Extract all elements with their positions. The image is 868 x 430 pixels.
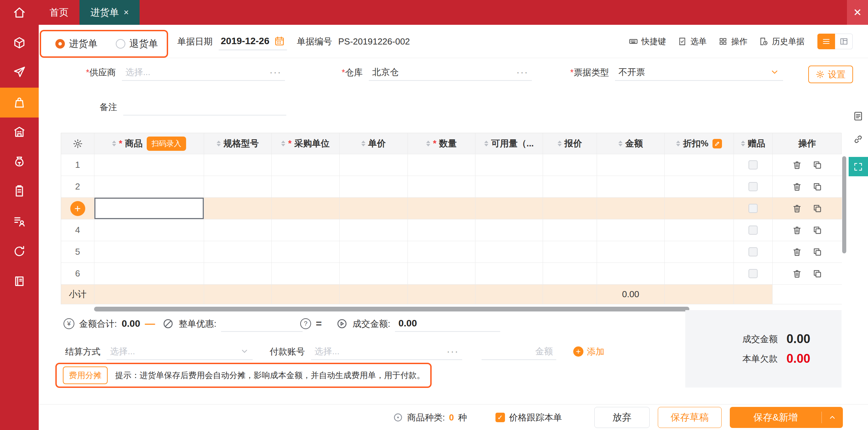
- list-view-toggle[interactable]: [817, 34, 835, 49]
- cell-quote[interactable]: [543, 263, 597, 285]
- price-track-toggle[interactable]: ✓ 价格跟踪本单: [495, 405, 562, 430]
- copy-row-icon[interactable]: [812, 269, 822, 279]
- cell-quote[interactable]: [543, 241, 597, 263]
- add-payment-button[interactable]: + 添加: [573, 346, 604, 358]
- copy-row-icon[interactable]: [812, 225, 822, 235]
- cell-product[interactable]: [94, 219, 204, 241]
- cell-price[interactable]: [340, 241, 408, 263]
- cell-unit[interactable]: [272, 219, 340, 241]
- cell-price[interactable]: [340, 263, 408, 285]
- supplier-more-button[interactable]: ···: [269, 67, 282, 77]
- horizontal-scrollbar[interactable]: [94, 307, 689, 311]
- sort-icon[interactable]: [676, 141, 680, 146]
- invoice-type-select[interactable]: 不开票: [615, 64, 783, 81]
- radio-return-order[interactable]: 退货单: [116, 37, 158, 50]
- cell-discount[interactable]: [665, 219, 734, 241]
- delete-row-icon[interactable]: [792, 203, 802, 214]
- save-draft-button[interactable]: 保存草稿: [658, 407, 722, 428]
- window-close-button[interactable]: ✕: [847, 0, 868, 25]
- cell-qty[interactable]: [408, 241, 475, 263]
- cell-quote[interactable]: [543, 176, 597, 198]
- cell-discount[interactable]: [665, 263, 734, 285]
- cell-available[interactable]: [475, 219, 543, 241]
- cell-discount[interactable]: [665, 176, 734, 198]
- cell-qty[interactable]: [408, 154, 475, 176]
- fee-allocation-button[interactable]: 费用分摊: [63, 366, 108, 384]
- cell-quote[interactable]: [543, 154, 597, 176]
- shortcut-keys-button[interactable]: 快捷键: [629, 36, 666, 47]
- sort-icon[interactable]: [112, 141, 116, 146]
- cell-unit[interactable]: [272, 154, 340, 176]
- cell-available[interactable]: [475, 198, 543, 219]
- chevron-down-icon[interactable]: [240, 346, 249, 356]
- cell-available[interactable]: [475, 154, 543, 176]
- question-circle-icon[interactable]: ?: [300, 318, 311, 329]
- cell-available[interactable]: [475, 241, 543, 263]
- cell-discount[interactable]: [665, 154, 734, 176]
- cell-qty[interactable]: [408, 176, 475, 198]
- cell-unit[interactable]: [272, 198, 340, 219]
- fullscreen-button[interactable]: [849, 157, 868, 176]
- sort-icon[interactable]: [281, 141, 285, 146]
- cell-spec[interactable]: [204, 263, 272, 285]
- cell-unit[interactable]: [272, 241, 340, 263]
- copy-row-icon[interactable]: [812, 160, 822, 170]
- remark-input[interactable]: [123, 98, 286, 115]
- cell-product[interactable]: [94, 154, 204, 176]
- sidebar-item-inventory[interactable]: [0, 28, 39, 58]
- cell-qty[interactable]: [408, 219, 475, 241]
- gift-checkbox[interactable]: [748, 247, 758, 256]
- sort-icon[interactable]: [484, 141, 488, 146]
- document-date-input[interactable]: 2019-12-26: [219, 33, 287, 50]
- cell-quote[interactable]: [543, 219, 597, 241]
- cell-discount[interactable]: [665, 241, 734, 263]
- cell-price[interactable]: [340, 176, 408, 198]
- settings-button[interactable]: 设置: [808, 66, 853, 83]
- add-row-button[interactable]: +: [70, 201, 85, 216]
- cell-amount[interactable]: [597, 263, 665, 285]
- payment-account-select[interactable]: 选择... ···: [311, 343, 462, 360]
- tab-home[interactable]: 首页: [39, 0, 79, 25]
- delete-row-icon[interactable]: [792, 247, 802, 257]
- gift-checkbox[interactable]: [748, 160, 758, 169]
- copy-row-icon[interactable]: [812, 182, 822, 192]
- sidebar-item-contacts[interactable]: [0, 207, 39, 236]
- cell-amount[interactable]: [597, 198, 665, 219]
- sort-icon[interactable]: [426, 141, 430, 146]
- sidebar-item-finance[interactable]: [0, 147, 39, 177]
- chevron-up-icon[interactable]: [822, 413, 843, 422]
- cell-spec[interactable]: [204, 154, 272, 176]
- tab-purchase-order[interactable]: 进货单 ×: [79, 0, 140, 25]
- sort-icon[interactable]: [217, 141, 221, 146]
- chevron-down-icon[interactable]: [770, 67, 780, 77]
- cell-discount[interactable]: [665, 198, 734, 219]
- sort-icon[interactable]: [558, 141, 562, 146]
- cell-qty[interactable]: [408, 263, 475, 285]
- copy-row-icon[interactable]: [812, 247, 822, 257]
- delete-row-icon[interactable]: [792, 225, 802, 235]
- delete-row-icon[interactable]: [792, 182, 802, 192]
- cell-amount[interactable]: [597, 219, 665, 241]
- deal-amount-input[interactable]: 0.00: [395, 316, 500, 332]
- gift-checkbox[interactable]: [748, 269, 758, 278]
- payment-amount-input[interactable]: 金额: [482, 343, 556, 360]
- sidebar-item-home[interactable]: [0, 0, 39, 25]
- save-and-new-button[interactable]: 保存&新增: [730, 407, 843, 428]
- cell-qty[interactable]: [408, 198, 475, 219]
- sort-icon[interactable]: [361, 141, 365, 146]
- supplier-select-input[interactable]: 选择... ···: [122, 64, 285, 81]
- cell-amount[interactable]: [597, 176, 665, 198]
- cell-amount[interactable]: [597, 154, 665, 176]
- cell-product[interactable]: [94, 176, 204, 198]
- radio-purchase-order[interactable]: 进货单: [55, 37, 97, 50]
- layout-view-toggle[interactable]: [835, 34, 853, 49]
- sidebar-item-documents[interactable]: [0, 176, 39, 206]
- tab-close-icon[interactable]: ×: [124, 7, 129, 18]
- sidebar-item-purchase[interactable]: [0, 88, 39, 118]
- history-documents-button[interactable]: 历史单据: [759, 36, 804, 47]
- sidebar-item-ledger[interactable]: [0, 266, 39, 296]
- cell-spec[interactable]: [204, 176, 272, 198]
- gift-checkbox[interactable]: [748, 226, 758, 235]
- cell-unit[interactable]: [272, 176, 340, 198]
- cell-product[interactable]: [94, 263, 204, 285]
